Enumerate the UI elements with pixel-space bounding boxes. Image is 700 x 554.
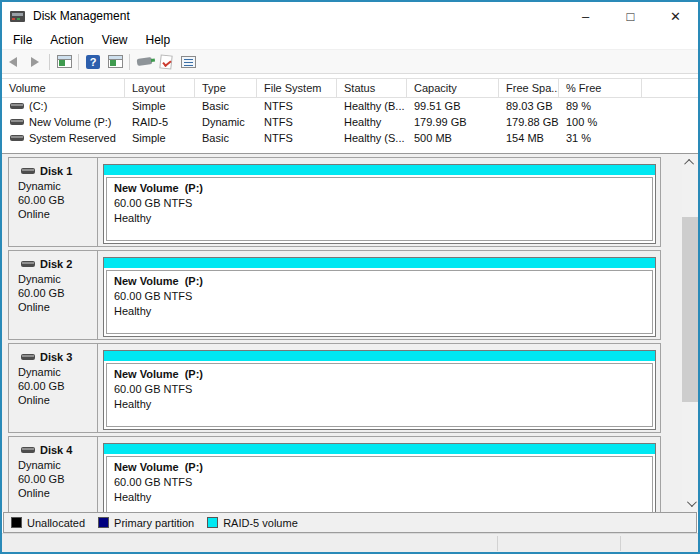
disk-type: Dynamic [18,365,95,379]
scrollbar-thumb[interactable] [682,217,698,402]
disk-status: Online [18,393,95,407]
volume-layout: Simple [125,100,195,112]
console-tree-icon[interactable] [53,52,75,72]
status-bar-separator [497,536,498,551]
partition-volume-details: 60.00 GB NTFS [114,475,652,490]
volume-status: Healthy [337,116,407,128]
column-header-status[interactable]: Status [337,79,407,97]
column-header-capacity[interactable]: Capacity [407,79,499,97]
column-header-file-system[interactable]: File System [257,79,337,97]
volume-fs: NTFS [257,132,337,144]
disk-graph-pane: Disk 1 Dynamic 60.00 GB Online New Volum… [2,154,698,512]
disk-name: Disk 4 [40,444,72,456]
menu-help[interactable]: Help [137,31,180,49]
raid5-color-stripe [104,258,655,268]
back-icon[interactable] [2,52,24,72]
column-header-layout[interactable]: Layout [125,79,195,97]
disk-4-partition[interactable]: New Volume (P:) 60.00 GB NTFS Healthy [103,443,656,512]
window-controls: – □ ✕ [563,2,698,30]
menu-file[interactable]: File [4,31,41,49]
disk-2-label[interactable]: Disk 2 Dynamic 60.00 GB Online [9,251,98,339]
partition-volume-name: New Volume (P:) [114,367,652,382]
toolbar: ? [2,50,698,74]
disk-name: Disk 3 [40,351,72,363]
window-title: Disk Management [33,9,130,23]
partition-volume-name: New Volume (P:) [114,274,652,289]
volume-type: Basic [195,132,257,144]
disk-row-3: Disk 3 Dynamic 60.00 GB Online New Volum… [8,343,661,433]
disk-3-partition[interactable]: New Volume (P:) 60.00 GB NTFS Healthy [103,350,656,430]
volume-capacity: 99.51 GB [407,100,499,112]
disk-1-label[interactable]: Disk 1 Dynamic 60.00 GB Online [9,158,98,246]
volume-fs: NTFS [257,116,337,128]
column-header-filler [642,79,698,97]
volume-fs: NTFS [257,100,337,112]
disk-status: Online [18,486,95,500]
column-header-pct-free[interactable]: % Free [559,79,642,97]
scroll-down-icon[interactable] [682,495,698,512]
volume-status: Healthy (S... [337,132,407,144]
disk-size: 60.00 GB [18,286,95,300]
scroll-up-icon[interactable] [682,154,698,171]
properties-icon[interactable] [177,52,199,72]
action-pane-icon[interactable] [104,52,126,72]
volume-row-new-volume[interactable]: New Volume (P:) RAID-5 Dynamic NTFS Heal… [2,114,698,130]
raid5-color-stripe [104,165,655,175]
drive-icon [21,261,35,267]
disk-4-graph: New Volume (P:) 60.00 GB NTFS Healthy [98,437,660,512]
disk-management-app-icon [10,11,25,22]
legend-unallocated: Unallocated [11,517,85,529]
volume-type: Dynamic [195,116,257,128]
menu-action[interactable]: Action [41,31,92,49]
volume-pct-free: 100 % [559,116,642,128]
volume-capacity: 500 MB [407,132,499,144]
close-button[interactable]: ✕ [653,2,698,30]
volume-layout: Simple [125,132,195,144]
menu-view[interactable]: View [93,31,137,49]
vertical-scrollbar[interactable] [682,154,698,512]
forward-icon[interactable] [24,52,46,72]
column-header-type[interactable]: Type [195,79,257,97]
legend-bar: Unallocated Primary partition RAID-5 vol… [3,512,697,533]
minimize-button[interactable]: – [563,2,608,30]
legend-label: Primary partition [114,517,194,529]
volume-pct-free: 89 % [559,100,642,112]
help-icon[interactable]: ? [82,52,104,72]
disk-3-label[interactable]: Disk 3 Dynamic 60.00 GB Online [9,344,98,432]
disk-management-window: Disk Management – □ ✕ File Action View H… [0,0,700,554]
legend-primary-partition: Primary partition [98,517,194,529]
legend-label: RAID-5 volume [223,517,298,529]
raid5-color-stripe [104,351,655,361]
toolbar-separator [49,54,50,70]
maximize-button[interactable]: □ [608,2,653,30]
disk-status: Online [18,207,95,221]
partition-volume-details: 60.00 GB NTFS [114,289,652,304]
partition-volume-details: 60.00 GB NTFS [114,382,652,397]
disk-name: Disk 2 [40,258,72,270]
disk-2-partition[interactable]: New Volume (P:) 60.00 GB NTFS Healthy [103,257,656,337]
disk-4-label[interactable]: Disk 4 Dynamic 60.00 GB Online [9,437,98,512]
volume-status: Healthy (B... [337,100,407,112]
volume-row-system-reserved[interactable]: System Reserved Simple Basic NTFS Health… [2,130,698,146]
drive-icon [10,103,24,109]
volume-list-pane: Volume Layout Type File System Status Ca… [2,74,698,154]
toolbar-separator [78,54,79,70]
drive-icon [21,168,35,174]
drive-icon [21,447,35,453]
volume-row-c[interactable]: (C:) Simple Basic NTFS Healthy (B... 99.… [2,98,698,114]
volume-type: Basic [195,100,257,112]
volume-name: (C:) [29,100,47,112]
column-header-free-space[interactable]: Free Spa... [499,79,559,97]
volume-free: 89.03 GB [499,100,559,112]
disk-1-partition[interactable]: New Volume (P:) 60.00 GB NTFS Healthy [103,164,656,244]
drive-icon [10,119,24,125]
check-document-icon[interactable] [155,52,177,72]
disk-size: 60.00 GB [18,379,95,393]
tools-icon[interactable] [133,52,155,72]
disk-size: 60.00 GB [18,193,95,207]
title-bar: Disk Management – □ ✕ [2,2,698,30]
raid5-color-stripe [104,444,655,454]
partition-volume-name: New Volume (P:) [114,181,652,196]
column-header-volume[interactable]: Volume [2,79,125,97]
disk-type: Dynamic [18,458,95,472]
